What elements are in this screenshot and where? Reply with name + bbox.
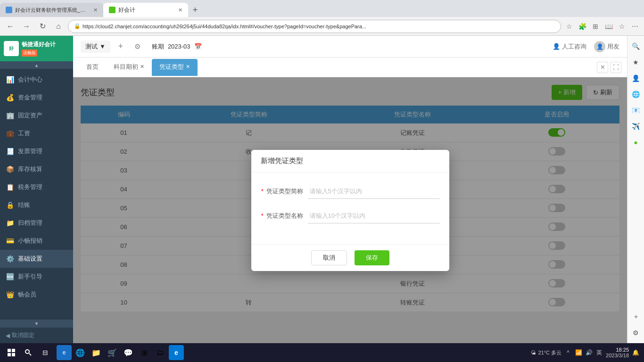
cancel-pin-button[interactable]: ◀ 取消固定 (0, 327, 73, 343)
save-button[interactable]: 保存 (355, 250, 389, 265)
rs-add-icon[interactable]: ＋ (629, 310, 643, 323)
sidebar-item-archive[interactable]: 📁 归档管理 (0, 214, 73, 232)
modal-overlay: 新增凭证类型 * 凭证类型简称 * 凭证类型名称 (73, 77, 627, 343)
sidebar-label-assets: 固定资产 (18, 111, 42, 120)
tab-subject-close[interactable]: ✕ (140, 64, 144, 70)
new-tab-button[interactable]: + (188, 3, 202, 17)
start-button[interactable] (4, 345, 19, 360)
cancel-button[interactable]: 取消 (311, 250, 347, 265)
tab-home[interactable]: 首页 (79, 59, 106, 76)
sidebar-item-member[interactable]: 👑 畅会员 (0, 286, 73, 304)
sidebar-item-expense[interactable]: 💳 小畅报销 (0, 232, 73, 250)
taskbar-app-explorer[interactable]: 📁 (89, 345, 104, 360)
browser-tab-1[interactable]: 好会计云财务软件管理系统_会计 ✕ (0, 3, 103, 17)
taskbar-app-browser2[interactable]: e (169, 345, 184, 360)
collections-icon[interactable]: ☆ (617, 21, 627, 32)
address-bar-input[interactable]: 🔒 https://cloud2.chanjet.com/accounting/… (68, 20, 561, 33)
reading-view-icon[interactable]: 📖 (603, 21, 614, 32)
company-dropdown-icon: ▼ (99, 43, 106, 50)
minimize-pane-button[interactable]: ✕ (597, 62, 608, 73)
rs-search-icon[interactable]: 🔍 (629, 40, 643, 53)
address-text: https://cloud2.chanjet.com/accounting/uh… (83, 24, 366, 29)
taskbar-app-chrome[interactable]: 🌐 (73, 345, 88, 360)
svg-line-5 (29, 354, 31, 355)
explorer-icon: 📁 (91, 348, 101, 357)
svg-rect-1 (12, 349, 15, 352)
expand-pane-button[interactable]: ⛶ (610, 62, 621, 73)
tray-chevron[interactable]: ^ (563, 348, 573, 357)
browser-menu-icon[interactable]: ⋯ (630, 21, 640, 32)
taskbar-app-apps[interactable]: ⊞ (137, 345, 152, 360)
logo-icon: 好 (4, 41, 19, 56)
favorites-icon[interactable]: ☆ (564, 21, 574, 32)
taskbar-app-edge[interactable]: e (57, 345, 72, 360)
extensions-icon[interactable]: 🧩 (577, 21, 587, 32)
member-icon: 👑 (6, 290, 14, 299)
notification-button[interactable]: 🔔 (631, 348, 640, 357)
sidebar-item-invoice[interactable]: 🧾 发票管理 (0, 142, 73, 160)
calendar-icon[interactable]: 📅 (194, 43, 202, 50)
rs-star-icon[interactable]: ★ (629, 56, 643, 69)
search-taskbar-button[interactable] (21, 345, 36, 360)
taskbar-clock[interactable]: 18:25 2023/3/18 (606, 347, 629, 358)
company-selector[interactable]: 测试 ▼ (81, 41, 110, 53)
sidebar-item-closing[interactable]: 🔒 结账 (0, 196, 73, 214)
sidebar-label-invoice: 发票管理 (18, 147, 42, 156)
help-button[interactable]: 👤 人工咨询 (553, 42, 586, 51)
sidebar-item-settings[interactable]: ⚙️ 基础设置 (0, 250, 73, 268)
reload-button[interactable]: ↻ (36, 20, 49, 33)
tab-voucher-type[interactable]: 凭证类型 ✕ (152, 59, 198, 76)
sidebar-item-tax[interactable]: 📋 税务管理 (0, 178, 73, 196)
sidebar-item-dashboard[interactable]: 📊 会计中心 (0, 71, 73, 89)
taskbar-app-folder[interactable]: 🗂 (153, 345, 168, 360)
sidebar-item-inventory[interactable]: 📦 库存核算 (0, 160, 73, 178)
logo-text: 畅捷通好会计 流畅版 (22, 41, 56, 57)
tray-network[interactable]: 📶 (574, 348, 583, 357)
tab2-close-icon[interactable]: ✕ (178, 7, 182, 13)
sidebar-label-guide: 新手引导 (18, 272, 42, 281)
rs-globe-icon[interactable]: 🌐 (629, 88, 643, 101)
help-icon: 👤 (553, 43, 560, 50)
tray-volume[interactable]: 🔊 (584, 348, 594, 357)
add-company-button[interactable]: + (114, 40, 127, 53)
rs-green-icon[interactable]: ● (629, 136, 643, 149)
back-button[interactable]: ← (4, 20, 17, 33)
weather-icon: 🌤 (531, 350, 536, 355)
rs-send-icon[interactable]: ✈️ (629, 120, 643, 133)
svg-point-4 (25, 350, 29, 354)
page-tabs: 首页 科目期初 ✕ 凭证类型 ✕ ✕ ⛶ (73, 58, 627, 77)
browser-tab-2[interactable]: 好会计 ✕ (103, 3, 188, 17)
sidebar-scroll-up[interactable]: ▲ (0, 61, 73, 69)
settings-gear-button[interactable]: ⚙ (131, 40, 144, 53)
home-button[interactable]: ⌂ (52, 20, 65, 33)
taskbar-app-wechat[interactable]: 💬 (121, 345, 136, 360)
wechat-icon: 💬 (124, 348, 133, 357)
abbr-input[interactable] (308, 184, 440, 199)
forward-button[interactable]: → (20, 20, 33, 33)
sidebar-item-assets[interactable]: 🏢 固定资产 (0, 107, 73, 124)
task-view-button[interactable]: ⊟ (38, 345, 53, 360)
period-value: 2023-03 (168, 43, 190, 50)
logo-badge: 流畅版 (22, 49, 37, 57)
sidebar-item-capital[interactable]: 💰 资金管理 (0, 89, 73, 107)
rs-mail-icon[interactable]: 📧 (629, 104, 643, 117)
tab-voucher-type-close[interactable]: ✕ (186, 64, 190, 70)
sidebar-item-salary[interactable]: 💼 工资 (0, 124, 73, 142)
rs-settings-icon[interactable]: ⚙ (629, 326, 643, 339)
tray-lang[interactable]: 英 (594, 348, 604, 357)
sidebar-label-dashboard: 会计中心 (18, 75, 42, 84)
split-view-icon[interactable]: ⊞ (590, 21, 601, 32)
name-input[interactable] (308, 208, 440, 223)
taskbar-app-store[interactable]: 🛒 (105, 345, 120, 360)
tab-expand-controls: ✕ ⛶ (597, 62, 621, 73)
tab1-close-icon[interactable]: ✕ (93, 7, 98, 13)
name-form-row: * 凭证类型名称 (261, 208, 440, 223)
sidebar-item-guide[interactable]: 🆕 新手引导 (0, 268, 73, 286)
tab1-favicon (6, 7, 12, 13)
rs-user-icon[interactable]: 👤 (629, 72, 643, 85)
taskbar: ⊟ e 🌐 📁 🛒 💬 ⊞ 🗂 e 🌤 21°C 多云 (0, 343, 644, 362)
tab-subject[interactable]: 科目期初 ✕ (106, 59, 152, 76)
sidebar-scroll-down[interactable]: ▼ (0, 320, 73, 327)
sidebar-logo[interactable]: 好 畅捷通好会计 流畅版 (0, 36, 73, 61)
user-button[interactable]: 👤 用友 (594, 41, 619, 52)
